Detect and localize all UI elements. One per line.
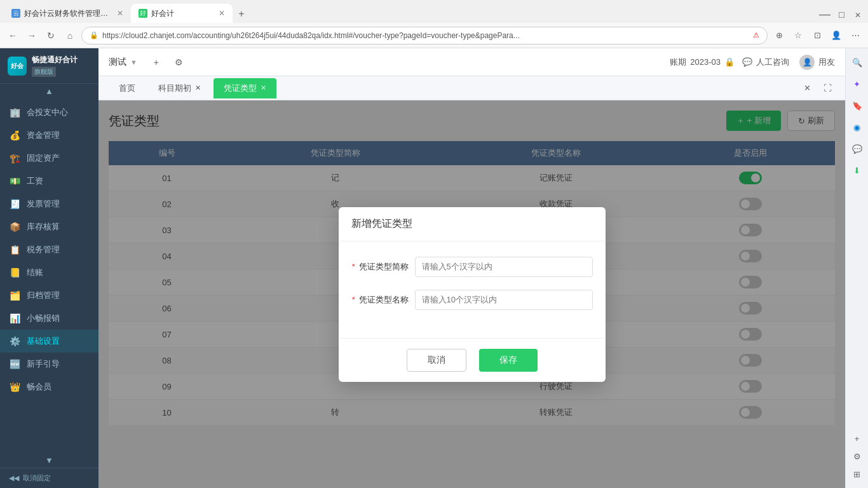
scroll-up-button[interactable]: ▲: [0, 84, 98, 98]
sidebar-label-settings: 基础设置: [27, 336, 60, 347]
tab-controls: ✕ ⛶: [799, 81, 835, 96]
sidebar-item-settings[interactable]: ⚙️ 基础设置: [0, 330, 98, 353]
tab-fullscreen-button[interactable]: ⛶: [820, 81, 835, 96]
home-button[interactable]: ⌂: [62, 28, 78, 43]
tab-minimize-button[interactable]: ✕: [799, 81, 815, 96]
logo-text-block: 畅捷通好合计 旗舰版: [32, 55, 78, 77]
short-name-label: * 凭证类型简称: [351, 261, 415, 273]
modal-footer: 取消 保存: [339, 338, 606, 382]
cast-button[interactable]: ⊡: [810, 28, 825, 43]
settings-icon: ⚙️: [9, 336, 20, 347]
scroll-down-button[interactable]: ▼: [0, 453, 98, 468]
search-panel-button[interactable]: 🔍: [848, 53, 866, 71]
settings-header-button[interactable]: ⚙: [170, 53, 188, 71]
window-close-button[interactable]: ✕: [850, 8, 865, 23]
dashboard-icon: 🏢: [9, 107, 20, 118]
grid-panel-button[interactable]: ⊞: [848, 465, 866, 483]
sidebar-item-guide[interactable]: 🆕 新手引导: [0, 353, 98, 376]
modal-body: * 凭证类型简称 * 凭证类型名称: [339, 241, 606, 338]
add-company-button[interactable]: +: [147, 53, 165, 71]
full-name-label: * 凭证类型名称: [351, 294, 415, 306]
user-menu[interactable]: 👤 用友: [799, 55, 835, 70]
right-panel-bottom: + ⚙ ⊞: [848, 430, 866, 483]
sidebar-item-inventory[interactable]: 📦 库存核算: [0, 215, 98, 238]
menu-button[interactable]: ⋯: [848, 28, 863, 43]
sidebar-label-salary: 工资: [27, 175, 43, 187]
tab-bar: 云 好会计云财务软件管理系统_会计 ✕ 好 好会计 ✕ + ― ☐ ✕: [0, 0, 868, 23]
sidebar-item-dashboard[interactable]: 🏢 会投支中心: [0, 101, 98, 124]
header-right: 💬 人工咨询 👤 用友: [742, 55, 835, 70]
expense-icon: 📊: [9, 313, 20, 324]
lock-icon: 🔒: [724, 57, 735, 67]
back-button[interactable]: ←: [5, 28, 20, 43]
tab-favicon-1: 云: [11, 9, 20, 18]
tab-close-2[interactable]: ✕: [219, 9, 225, 18]
add-panel-button[interactable]: +: [848, 430, 866, 447]
star-button[interactable]: ☆: [790, 28, 806, 43]
modal-title: 新增凭证类型: [351, 218, 412, 229]
browser-tab-1[interactable]: 云 好会计云财务软件管理系统_会计 ✕: [4, 4, 131, 23]
sidebar-label-invoice: 发票管理: [27, 198, 60, 210]
consult-button[interactable]: 💬 人工咨询: [742, 57, 789, 68]
short-name-input[interactable]: [415, 257, 593, 277]
sidebar-item-tax[interactable]: 📋 税务管理: [0, 238, 98, 261]
tab-voucher-close[interactable]: ✕: [261, 84, 266, 92]
reload-button[interactable]: ↻: [43, 28, 58, 43]
unpin-button[interactable]: ◀◀ 取消固定: [9, 473, 90, 483]
browser-chrome: 云 好会计云财务软件管理系统_会计 ✕ 好 好会计 ✕ + ― ☐ ✕ ← → …: [0, 0, 868, 48]
company-selector[interactable]: 测试 ▼: [109, 57, 137, 68]
full-name-input[interactable]: [415, 290, 593, 310]
inventory-icon: 📦: [9, 221, 20, 233]
logo-title: 畅捷通好合计: [32, 55, 78, 65]
app-header: 测试 ▼ + ⚙ 账期 2023-03 🔒 💬 人工咨询 👤 用友: [98, 48, 845, 76]
chat-panel-button[interactable]: 💬: [848, 140, 866, 158]
ai-panel-button[interactable]: ✦: [848, 75, 866, 93]
profile-button[interactable]: 👤: [829, 28, 844, 43]
browser-tab-2[interactable]: 好 好会计 ✕: [131, 4, 233, 23]
save-button[interactable]: 保存: [479, 349, 538, 372]
sidebar-item-member[interactable]: 👑 畅会员: [0, 376, 98, 398]
add-voucher-type-modal: 新增凭证类型 * 凭证类型简称 *: [339, 207, 606, 382]
sidebar-item-archive[interactable]: 🗂️ 归档管理: [0, 284, 98, 307]
sidebar-item-expense[interactable]: 📊 小畅报销: [0, 307, 98, 330]
forward-button[interactable]: →: [24, 28, 39, 43]
company-name: 测试: [109, 57, 126, 68]
tab-home-label: 首页: [119, 83, 135, 94]
archive-icon: 🗂️: [9, 290, 20, 301]
sidebar-item-finance[interactable]: 💰 资金管理: [0, 124, 98, 147]
sidebar-label-inventory: 库存核算: [27, 221, 60, 233]
tab-subject-close[interactable]: ✕: [195, 84, 201, 92]
tab-close-1[interactable]: ✕: [117, 9, 123, 18]
settings-panel-button[interactable]: ⚙: [848, 447, 866, 465]
tab-subject-label: 科目期初: [158, 83, 191, 94]
new-tab-button[interactable]: +: [233, 5, 250, 23]
tab-voucher-type[interactable]: 凭证类型 ✕: [214, 78, 276, 98]
sidebar-logo: 好会 畅捷通好合计 旗舰版: [0, 48, 98, 84]
cancel-button[interactable]: 取消: [407, 349, 466, 372]
page-tabs: 首页 科目期初 ✕ 凭证类型 ✕ ✕ ⛶: [98, 76, 845, 100]
period-label: 账期: [670, 57, 686, 68]
modal-overlay: 新增凭证类型 * 凭证类型简称 *: [98, 100, 845, 488]
modal-header: 新增凭证类型: [339, 207, 606, 241]
bookmark-panel-button[interactable]: 🔖: [848, 97, 866, 114]
window-restore-button[interactable]: ☐: [834, 8, 849, 23]
user-avatar: 👤: [799, 55, 815, 70]
unpin-label: 取消固定: [23, 473, 51, 483]
outlook-panel-button[interactable]: ◉: [848, 118, 866, 136]
extensions-button[interactable]: ⊕: [771, 28, 787, 43]
consult-label: 人工咨询: [756, 57, 789, 68]
sidebar-item-salary[interactable]: 💵 工资: [0, 170, 98, 193]
sidebar-label-archive: 归档管理: [27, 290, 60, 301]
sidebar-label-checkout: 结账: [27, 267, 43, 278]
tab-voucher-type-label: 凭证类型: [224, 83, 257, 94]
right-panel: 🔍 ✦ 🔖 ◉ 💬 ⬇ + ⚙ ⊞: [845, 48, 868, 488]
tab-subject[interactable]: 科目期初 ✕: [148, 78, 211, 98]
guide-icon: 🆕: [9, 358, 20, 370]
sidebar-item-checkout[interactable]: 📒 结账: [0, 261, 98, 284]
sidebar-item-invoice[interactable]: 🧾 发票管理: [0, 193, 98, 215]
download-panel-button[interactable]: ⬇: [848, 161, 866, 179]
address-bar[interactable]: 🔒 https://cloud2.chanjet.com/accounting/…: [81, 27, 768, 44]
window-minimize-button[interactable]: ―: [817, 8, 832, 23]
tab-home[interactable]: 首页: [109, 78, 146, 98]
sidebar-item-assets[interactable]: 🏗️ 固定资产: [0, 147, 98, 170]
